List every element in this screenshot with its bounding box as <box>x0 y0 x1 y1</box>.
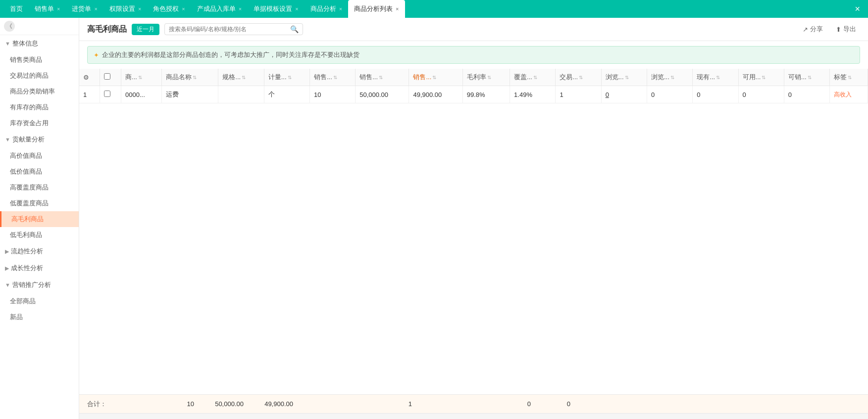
col-sales-profit[interactable]: 销售...⇅ <box>409 69 462 86</box>
search-input[interactable] <box>169 26 290 33</box>
cell-checkbox[interactable] <box>100 86 121 103</box>
page-title: 高毛利商品 <box>87 24 127 35</box>
close-icon[interactable]: × <box>182 6 185 12</box>
sidebar-item-category-rate[interactable]: 商品分类助销率 <box>0 84 79 99</box>
sidebar-item-high-margin[interactable]: 高毛利商品 <box>0 211 79 227</box>
cell-code: 0000... <box>121 86 162 103</box>
col-browse2[interactable]: 浏览...⇅ <box>647 69 692 86</box>
search-icon[interactable]: 🔍 <box>290 25 299 33</box>
nav-item-permissions[interactable]: 权限设置 × <box>103 0 147 18</box>
cell-unit: 个 <box>264 86 309 103</box>
cell-gross-margin: 99.8% <box>462 86 510 103</box>
cell-available: 0 <box>738 86 784 103</box>
sidebar-item-new-goods[interactable]: 新品 <box>0 309 79 325</box>
chevron-right-icon: ▶ <box>5 265 9 272</box>
close-icon[interactable]: × <box>57 6 60 12</box>
cell-index: 1 <box>79 86 100 103</box>
nav-item-analysis[interactable]: 商品分析 × <box>305 0 348 18</box>
nav-item-home[interactable]: 首页 <box>4 0 29 18</box>
sidebar-item-high-value[interactable]: 高价值商品 <box>0 148 79 164</box>
footer-sales-amount: 50,000.00 <box>198 400 248 408</box>
sidebar-group-marketing[interactable]: ▼ 营销推广分析 <box>0 277 79 293</box>
content-area: 高毛利商品 近一月 🔍 ↗ 分享 ⬆ 导出 ✦ 企业的主要的利润都是这部分商品创… <box>79 18 868 419</box>
content-header: 高毛利商品 近一月 🔍 ↗ 分享 ⬆ 导出 <box>79 18 868 41</box>
cell-transaction: 1 <box>556 86 601 103</box>
row-checkbox[interactable] <box>104 91 110 97</box>
chevron-right-icon: ▶ <box>5 248 9 255</box>
info-icon: ✦ <box>94 51 99 59</box>
close-icon[interactable]: × <box>94 6 97 12</box>
export-button[interactable]: ⬆ 导出 <box>832 23 860 36</box>
cell-spec <box>218 86 264 103</box>
sidebar-item-traded-goods[interactable]: 交易过的商品 <box>0 68 79 84</box>
sidebar-group-overall[interactable]: ▼ 整体信息 <box>0 35 79 52</box>
sidebar-item-all-goods[interactable]: 全部商品 <box>0 293 79 309</box>
close-icon[interactable]: × <box>239 6 242 12</box>
cell-browse1[interactable]: 0 <box>601 86 647 103</box>
footer-empty4 <box>456 400 495 408</box>
time-filter-button[interactable]: 近一月 <box>132 24 159 35</box>
cell-current-stock: 0 <box>693 86 738 103</box>
footer-empty1 <box>297 400 337 408</box>
chevron-down-icon: ▼ <box>5 137 10 142</box>
cell-tag: 高收入 <box>830 86 868 103</box>
sidebar-item-low-value[interactable]: 低价值商品 <box>0 164 79 180</box>
col-name[interactable]: 商品名称⇅ <box>162 69 218 86</box>
footer-current-stock: 0 <box>495 400 535 408</box>
cell-sales-amount: 50,000.00 <box>356 86 409 103</box>
sidebar-item-low-coverage[interactable]: 低覆盖度商品 <box>0 195 79 211</box>
nav-item-finished-goods[interactable]: 产成品入库单 × <box>191 0 248 18</box>
sidebar: 《 ▼ 整体信息 销售类商品 交易过的商品 商品分类助销率 有库存的商品 库存资… <box>0 18 79 419</box>
chevron-down-icon: ▼ <box>5 41 10 47</box>
share-button[interactable]: ↗ 分享 <box>799 23 827 36</box>
nav-item-template[interactable]: 单据模板设置 × <box>248 0 304 18</box>
select-all-checkbox[interactable] <box>104 73 110 80</box>
cell-coverage: 1.49% <box>510 86 556 103</box>
col-coverage[interactable]: 覆盖...⇅ <box>510 69 556 86</box>
col-tag[interactable]: 标签⇅ <box>830 69 868 86</box>
sidebar-item-high-coverage[interactable]: 高覆盖度商品 <box>0 180 79 195</box>
sidebar-group-growth[interactable]: ▶ 成长性分析 <box>0 260 79 277</box>
sidebar-item-stock-capital[interactable]: 库存资金占用 <box>0 115 79 131</box>
sidebar-group-contribution[interactable]: ▼ 贡献量分析 <box>0 131 79 148</box>
col-code[interactable]: 商...⇅ <box>121 69 162 86</box>
col-checkbox[interactable] <box>100 69 121 86</box>
close-icon[interactable]: × <box>339 6 342 12</box>
col-sales-amount[interactable]: 销售...⇅ <box>356 69 409 86</box>
col-sales-qty[interactable]: 销售...⇅ <box>309 69 355 86</box>
close-icon[interactable]: × <box>396 6 399 12</box>
col-available[interactable]: 可用...⇅ <box>738 69 784 86</box>
info-banner: ✦ 企业的主要的利润都是这部分商品创造的，可考虑加大推广，同时关注库存是不要出现… <box>87 46 860 64</box>
col-transaction[interactable]: 交易...⇅ <box>556 69 601 86</box>
export-icon: ⬆ <box>836 26 841 33</box>
bottom-scrollbar[interactable] <box>79 413 868 419</box>
close-icon[interactable]: × <box>295 6 298 12</box>
col-spec[interactable]: 规格...⇅ <box>218 69 264 86</box>
nav-item-purchase[interactable]: 进货单 × <box>66 0 103 18</box>
product-table: ⚙ 商...⇅ 商品名称⇅ 规格...⇅ 计量...⇅ 销售...⇅ 销售...… <box>79 69 868 103</box>
search-box: 🔍 <box>164 23 303 35</box>
footer-available: 0 <box>535 400 574 408</box>
col-saleable[interactable]: 可销...⇅ <box>784 69 829 86</box>
sidebar-item-sales-goods[interactable]: 销售类商品 <box>0 52 79 68</box>
col-settings[interactable]: ⚙ <box>79 69 100 86</box>
col-gross-margin[interactable]: 毛利率⇅ <box>462 69 510 86</box>
footer-sales-profit: 49,900.00 <box>248 400 297 408</box>
nav-item-sales[interactable]: 销售单 × <box>29 0 66 18</box>
cell-sales-qty: 10 <box>309 86 355 103</box>
nav-item-roles[interactable]: 角色授权 × <box>147 0 191 18</box>
close-icon[interactable]: × <box>138 6 141 12</box>
col-current-stock[interactable]: 现有...⇅ <box>693 69 738 86</box>
footer-label: 合计： <box>79 400 158 409</box>
sidebar-item-stocked-goods[interactable]: 有库存的商品 <box>0 99 79 115</box>
cell-name: 运费 <box>162 86 218 103</box>
main-layout: 《 ▼ 整体信息 销售类商品 交易过的商品 商品分类助销率 有库存的商品 库存资… <box>0 18 868 419</box>
nav-item-analysis-list[interactable]: 商品分析列表 × <box>348 0 405 18</box>
footer-sales-qty: 10 <box>158 400 198 408</box>
sidebar-collapse-button[interactable]: 《 <box>4 21 15 32</box>
sidebar-group-trend[interactable]: ▶ 流趋性分析 <box>0 243 79 260</box>
col-browse1[interactable]: 浏览...⇅ <box>601 69 647 86</box>
sidebar-item-low-margin[interactable]: 低毛利商品 <box>0 227 79 243</box>
window-close-button[interactable]: × <box>851 4 864 14</box>
col-unit[interactable]: 计量...⇅ <box>264 69 309 86</box>
